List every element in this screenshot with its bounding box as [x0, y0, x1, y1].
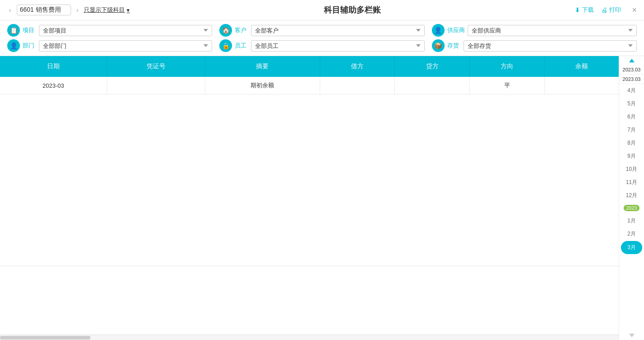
supplier-select[interactable]: 全部供应商	[468, 25, 637, 36]
top-bar: ‹ 6601 销售费用 › 只显示下级科目 ▾ 科目辅助多栏账 ⬇ 下载 🖨 打…	[0, 0, 644, 20]
month-item-3-active[interactable]: 3月	[621, 241, 642, 254]
filter-row-2: 👤 部门 全部部门 🔒 员工 全部员工 📦 存货 全部存货	[7, 39, 637, 52]
month-item-5[interactable]: 5月	[619, 97, 644, 110]
col-debit: 借方	[320, 56, 395, 77]
col-voucher: 凭证号	[107, 56, 205, 77]
filter-item-supplier: 👤 供应商 全部供应商	[432, 24, 637, 37]
filter-item-project: 📋 项目 全部项目	[7, 24, 212, 37]
filter-item-employee: 🔒 员工 全部员工	[219, 39, 424, 52]
department-label: 部门	[23, 42, 36, 50]
table-area: 日期 凭证号 摘要 借方 贷方 方向 余额 2023-03	[0, 56, 619, 340]
panel-entry-top-1[interactable]: 2023.03	[619, 65, 644, 75]
customer-icon: 🏠	[219, 24, 232, 37]
show-sublevel-label: 只显示下级科目	[84, 6, 125, 14]
cell-summary: 期初余额	[205, 77, 320, 94]
chevron-down-icon: ▾	[127, 7, 130, 14]
panel-date-top-2: 2023.03	[623, 76, 641, 82]
page-title: 科目辅助多栏账	[133, 5, 571, 15]
month-item-1[interactable]: 1月	[619, 214, 644, 227]
chevron-up-icon	[629, 59, 635, 62]
chevron-down-icon	[629, 334, 635, 337]
filter-bar: 📋 项目 全部项目 🏠 客户 全部客户 👤 供应商 全部供应商	[0, 20, 644, 56]
cell-date: 2023-03	[0, 77, 107, 94]
data-table: 日期 凭证号 摘要 借方 贷方 方向 余额 2023-03	[0, 56, 619, 266]
download-icon: ⬇	[575, 6, 580, 14]
filter-item-department: 👤 部门 全部部门	[7, 39, 212, 52]
download-label: 下载	[582, 6, 594, 14]
filter-item-customer: 🏠 客户 全部客户	[219, 24, 424, 37]
right-panel: 2023.03 2023.03 4月 5月 6月 7月 8月 9月 10月 11…	[619, 56, 644, 340]
panel-date-top-1: 2023.03	[623, 67, 641, 72]
nav-prev-button[interactable]: ‹	[7, 5, 13, 14]
panel-scroll-down-button[interactable]	[619, 331, 644, 340]
account-code-display: 6601 销售费用	[17, 5, 71, 15]
month-item-9[interactable]: 9月	[619, 150, 644, 163]
customer-label: 客户	[235, 26, 248, 34]
department-icon: 👤	[7, 39, 20, 52]
col-direction: 方向	[470, 56, 545, 77]
main-area: 日期 凭证号 摘要 借方 贷方 方向 余额 2023-03	[0, 56, 644, 340]
supplier-label: 供应商	[447, 26, 465, 34]
cell-debit	[320, 77, 395, 94]
nav-next-button[interactable]: ›	[75, 5, 80, 14]
year-badge-2023[interactable]: 2023	[619, 202, 644, 214]
month-item-8[interactable]: 8月	[619, 137, 644, 150]
employee-label: 员工	[235, 42, 248, 50]
top-actions: ⬇ 下载 🖨 打印 ×	[575, 5, 637, 15]
print-button[interactable]: 🖨 打印	[601, 6, 621, 14]
show-sublevel-toggle[interactable]: 只显示下级科目 ▾	[84, 6, 130, 14]
panel-scroll-up-button[interactable]	[619, 56, 644, 65]
horizontal-scrollbar[interactable]	[0, 335, 619, 340]
month-item-6[interactable]: 6月	[619, 110, 644, 123]
cell-balance	[545, 77, 619, 94]
filter-row-1: 📋 项目 全部项目 🏠 客户 全部客户 👤 供应商 全部供应商	[7, 24, 637, 37]
close-button[interactable]: ×	[632, 5, 637, 15]
col-balance: 余额	[545, 56, 619, 77]
inventory-select[interactable]: 全部存货	[464, 40, 637, 52]
project-select[interactable]: 全部项目	[39, 25, 212, 36]
print-icon: 🖨	[601, 6, 607, 14]
month-item-4[interactable]: 4月	[619, 84, 644, 97]
month-item-10[interactable]: 10月	[619, 163, 644, 176]
inventory-label: 存货	[447, 42, 461, 50]
table-header-row: 日期 凭证号 摘要 借方 贷方 方向 余额	[0, 56, 619, 77]
month-item-12[interactable]: 12月	[619, 189, 644, 202]
project-label: 项目	[23, 26, 36, 34]
col-credit: 贷方	[395, 56, 470, 77]
print-label: 打印	[609, 6, 621, 14]
month-item-2[interactable]: 2月	[619, 227, 644, 241]
employee-icon: 🔒	[219, 39, 232, 52]
col-date: 日期	[0, 56, 107, 77]
col-summary: 摘要	[205, 56, 320, 77]
scroll-thumb[interactable]	[0, 336, 90, 340]
month-item-7[interactable]: 7月	[619, 123, 644, 137]
year-label: 2023	[624, 205, 639, 211]
main-window: ‹ 6601 销售费用 › 只显示下级科目 ▾ 科目辅助多栏账 ⬇ 下载 🖨 打…	[0, 0, 644, 340]
employee-select[interactable]: 全部员工	[251, 40, 424, 52]
department-select[interactable]: 全部部门	[39, 40, 212, 52]
inventory-icon: 📦	[432, 39, 445, 52]
cell-voucher	[107, 77, 205, 94]
cell-direction: 平	[470, 77, 545, 94]
download-button[interactable]: ⬇ 下载	[575, 6, 594, 14]
filter-item-inventory: 📦 存货 全部存货	[432, 39, 637, 52]
table-row: 2023-03 期初余额 平	[0, 77, 619, 94]
panel-entry-top-2[interactable]: 2023.03	[619, 75, 644, 84]
month-item-11[interactable]: 11月	[619, 176, 644, 189]
project-icon: 📋	[7, 24, 20, 37]
customer-select[interactable]: 全部客户	[251, 25, 424, 36]
supplier-icon: 👤	[432, 24, 445, 37]
cell-credit	[395, 77, 470, 94]
